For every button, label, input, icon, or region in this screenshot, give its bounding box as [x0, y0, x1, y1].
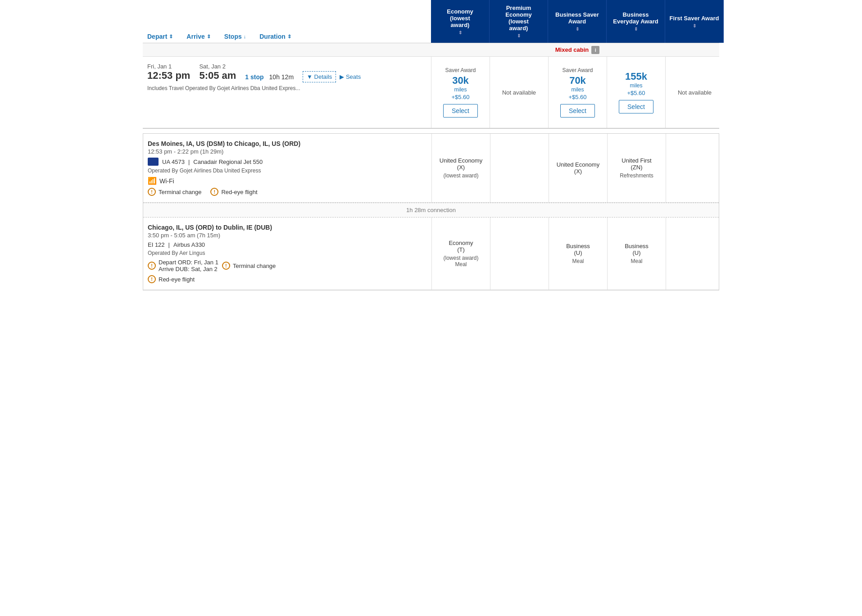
- biz-saver-select-button[interactable]: Select: [560, 104, 595, 118]
- details-link[interactable]: ▼ Details: [303, 71, 336, 82]
- depart-arrive-warning: ! Depart ORD: Fri, Jan 1 Arrive DUB: Sat…: [148, 259, 218, 272]
- first-saver-header: First Saver Award ⇕: [665, 0, 724, 43]
- seg2-cabin-biz-everyday: Business (U) Meal: [607, 217, 666, 290]
- segment-1-operated: Operated By Gojet Airlines Dba United Ex…: [148, 168, 427, 174]
- first-not-available: Not available: [678, 89, 712, 96]
- flight-info: Fri, Jan 1 12:53 pm Sat, Jan 2 5:05 am 1…: [143, 57, 431, 128]
- biz-saver-type: Saver Award: [563, 67, 593, 73]
- mixed-cabin-label: Mixed cabin: [555, 46, 589, 53]
- seg2-cabin-premium: [490, 217, 549, 290]
- segment-details-container: Des Moines, IA, US (DSM) to Chicago, IL,…: [143, 133, 719, 290]
- wifi-icon: 📶: [148, 177, 157, 185]
- red-eye-warning: ! Red-eye flight: [210, 188, 257, 196]
- warning-icon-2: !: [210, 188, 218, 196]
- column-headers: Depart ⇕ Arrive ⇕ Stops ↓ Duration ⇕: [143, 0, 431, 43]
- premium-not-available: Not available: [502, 89, 536, 96]
- arrive-sort[interactable]: Arrive ⇕: [186, 33, 210, 40]
- biz-saver-award-cell: Saver Award 70k miles +$5.60 Select: [548, 57, 607, 128]
- segment-2-flight-number: EI 122: [148, 241, 165, 248]
- mixed-cabin-cell: Mixed cabin i: [548, 43, 607, 56]
- biz-everyday-miles: 155k: [625, 71, 647, 82]
- premium-economy-award-cell: Not available: [490, 57, 548, 128]
- seg1-cabin-economy: United Economy (X) (lowest award): [431, 134, 490, 202]
- mixed-cabin-info-icon[interactable]: i: [591, 46, 599, 54]
- airline-icon-1: [148, 158, 159, 166]
- duration-value: 10h 12m: [269, 73, 294, 81]
- economy-header: Economy (lowest award) ⇕: [431, 0, 490, 43]
- depart-sort[interactable]: Depart ⇕: [147, 33, 173, 40]
- segment-1-aircraft: Canadair Regional Jet 550: [193, 159, 263, 165]
- biz-everyday-fee: +$5.60: [627, 90, 645, 96]
- warning-icon-3: !: [148, 262, 156, 270]
- stops-link[interactable]: 1 stop: [245, 73, 263, 81]
- red-eye-warning-2: ! Red-eye flight: [148, 275, 195, 283]
- mixed-cabin-row: Mixed cabin i: [143, 43, 719, 57]
- segment-2-flight: EI 122 | Airbus A330: [148, 241, 427, 248]
- biz-saver-miles-label: miles: [571, 86, 584, 93]
- segment-2-aircraft: Airbus A330: [173, 241, 205, 248]
- segment-1-route: Des Moines, IA, US (DSM) to Chicago, IL,…: [148, 140, 427, 147]
- seg1-cabin-biz-saver: United Economy (X): [549, 134, 607, 202]
- segment-1-flight: UA 4573 | Canadair Regional Jet 550: [148, 158, 427, 166]
- depart-date: Fri, Jan 1: [147, 63, 190, 70]
- warning-icon-1: !: [148, 188, 156, 196]
- seg2-cabin-economy: Economy (T) (lowest award) Meal: [431, 217, 490, 290]
- flight-dates: Fri, Jan 1 12:53 pm Sat, Jan 2 5:05 am 1…: [147, 63, 426, 82]
- connection-row: 1h 28m connection: [143, 203, 719, 217]
- premium-economy-header: Premium Economy (lowest award) ⇕: [490, 0, 548, 43]
- segment-1-warnings: ! Terminal change ! Red-eye flight: [148, 188, 427, 196]
- arrive-time: 5:05 am: [199, 70, 236, 82]
- segment-2-route: Chicago, IL, US (ORD) to Dublin, IE (DUB…: [148, 224, 427, 231]
- seg2-cabin-first: [666, 217, 724, 290]
- segment-1-info: Des Moines, IA, US (DSM) to Chicago, IL,…: [143, 134, 431, 202]
- segment-2-times: 3:50 pm - 5:05 am (7h 15m): [148, 232, 427, 239]
- segment-2-info: Chicago, IL, US (ORD) to Dublin, IE (DUB…: [143, 217, 431, 290]
- first-saver-award-cell: Not available: [665, 57, 724, 128]
- header-row: Depart ⇕ Arrive ⇕ Stops ↓ Duration ⇕ Eco…: [143, 0, 719, 43]
- operated-by: Includes Travel Operated By Gojet Airlin…: [147, 85, 426, 91]
- seg1-cabin-premium: [490, 134, 549, 202]
- seats-link[interactable]: ▶ Seats: [340, 73, 361, 80]
- economy-award-cell: Saver Award 30k miles +$5.60 Select: [431, 57, 490, 128]
- seg1-cabin-first: [666, 134, 724, 202]
- biz-saver-miles: 70k: [569, 75, 586, 86]
- economy-fee: +$5.60: [451, 94, 469, 100]
- economy-miles-label: miles: [454, 86, 467, 93]
- biz-saver-fee: +$5.60: [568, 94, 586, 100]
- segment-row-2: Chicago, IL, US (ORD) to Dublin, IE (DUB…: [143, 217, 719, 290]
- economy-award-type: Saver Award: [445, 67, 476, 73]
- flight-result-row: Fri, Jan 1 12:53 pm Sat, Jan 2 5:05 am 1…: [143, 57, 719, 129]
- segment-2-warnings: ! Depart ORD: Fri, Jan 1 Arrive DUB: Sat…: [148, 259, 427, 272]
- terminal-change-warning: ! Terminal change: [148, 188, 201, 196]
- depart-info: Fri, Jan 1 12:53 pm: [147, 63, 190, 82]
- warning-icon-5: !: [148, 275, 156, 283]
- segment-1-times: 12:53 pm - 2:22 pm (1h 29m): [148, 148, 427, 155]
- stops-sort[interactable]: Stops ↓: [224, 33, 246, 40]
- seg1-cabin-biz-everyday: United First (ZN) Refreshments: [607, 134, 666, 202]
- segment-1-wifi: 📶 Wi-Fi: [148, 177, 427, 185]
- segment-row-1: Des Moines, IA, US (DSM) to Chicago, IL,…: [143, 134, 719, 203]
- biz-everyday-select-button[interactable]: Select: [619, 100, 653, 113]
- warning-icon-4: !: [222, 262, 230, 270]
- biz-everyday-miles-label: miles: [630, 82, 642, 89]
- economy-select-button[interactable]: Select: [443, 104, 478, 118]
- seg2-cabin-biz-saver: Business (U) Meal: [549, 217, 607, 290]
- arrive-date: Sat, Jan 2: [199, 63, 236, 70]
- segment-2-operated: Operated By Aer Lingus: [148, 250, 427, 256]
- depart-time: 12:53 pm: [147, 70, 190, 82]
- terminal-change-warning-2: ! Terminal change: [222, 262, 276, 270]
- duration-sort[interactable]: Duration ⇕: [259, 33, 291, 40]
- biz-everyday-award-cell: 155k miles +$5.60 Select: [607, 57, 665, 128]
- biz-everyday-header: Business Everyday Award ⇕: [607, 0, 665, 43]
- arrive-info: Sat, Jan 2 5:05 am: [199, 63, 236, 82]
- economy-miles: 30k: [452, 75, 469, 86]
- segment-1-flight-number: UA 4573: [162, 159, 185, 165]
- biz-saver-header: Business Saver Award ⇕: [548, 0, 607, 43]
